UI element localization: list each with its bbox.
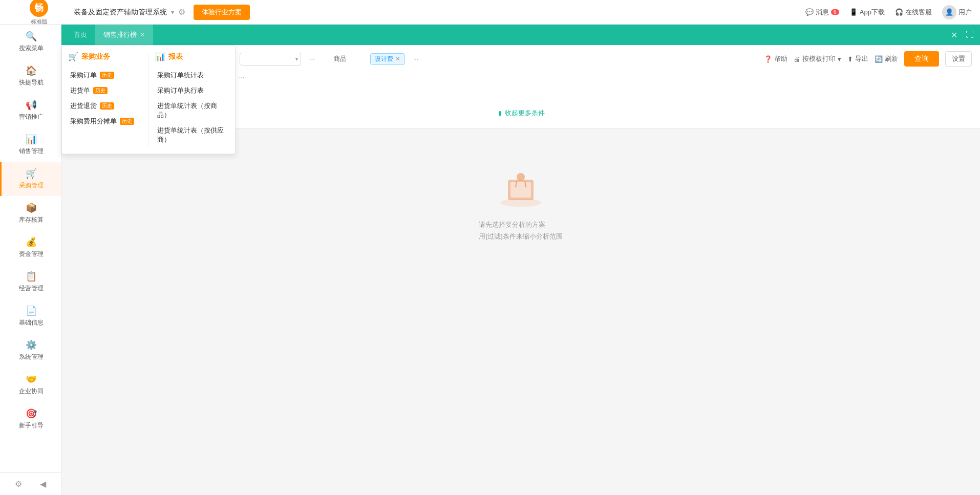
app-download-label: App下载 [860, 8, 885, 17]
query-button[interactable]: 查询 [904, 51, 939, 67]
history-badge-2: 历史 [100, 102, 114, 110]
sys-info: 装备及固定资产辅助管理系统 ▾ ⚙ 体验行业方案 [74, 5, 805, 20]
tab-home[interactable]: 首页 [66, 25, 95, 45]
purchase-order-label: 采购订单 [70, 71, 97, 80]
goods-receipt-label: 进货单 [70, 86, 90, 95]
tab-bar: 首页 销售排行榜 ✕ ✕ ⛶ [61, 25, 980, 45]
user-item[interactable]: 👤 用户 [942, 5, 972, 19]
collapse-icon: ⬆ [497, 110, 503, 117]
tab-sales-rank[interactable]: 销售排行榜 ✕ [95, 25, 153, 45]
phone-icon: 📱 [849, 8, 858, 16]
salesperson-ellipsis[interactable]: ··· [237, 73, 247, 81]
sidebar-item-system[interactable]: ⚙️ 系统管理 [0, 333, 61, 368]
po-exec-label: 采购订单执行表 [157, 86, 204, 95]
empty-hint-1: 请先选择要分析的方案 [479, 219, 562, 230]
target-icon: 🎯 [26, 408, 37, 419]
export-icon: ⬆ [847, 55, 853, 63]
refresh-button[interactable]: 🔄 刷新 [875, 54, 898, 63]
sidebar-item-guide[interactable]: 🎯 新手引导 [0, 402, 61, 436]
dropdown-item-po-stats[interactable]: 采购订单统计表 [155, 68, 229, 83]
history-badge-3: 历史 [120, 118, 134, 125]
product-ellipsis[interactable]: ··· [411, 55, 421, 63]
cart-icon: 🛒 [26, 168, 37, 179]
sidebar-item-operations[interactable]: 📋 经营管理 [0, 265, 61, 299]
sidebar-label-basic: 基础信息 [19, 318, 44, 327]
sidebar-label-system: 系统管理 [19, 353, 44, 361]
sidebar-settings-icon[interactable]: ⚙ [15, 479, 22, 489]
dropdown-item-purchase-expense[interactable]: 采购费用分摊单 历史 [68, 114, 142, 129]
dropdown-item-purchase-order[interactable]: 采购订单 历史 [68, 68, 142, 83]
topbar: 畅 标准版 装备及固定资产辅助管理系统 ▾ ⚙ 体验行业方案 💬 消息 6 📱 … [0, 0, 980, 25]
sidebar-item-quick[interactable]: 🏠 快捷导航 [0, 59, 61, 93]
sidebar-item-purchase[interactable]: 🛒 采购管理 [0, 162, 61, 196]
empty-illustration [495, 169, 546, 210]
report-col-header: 📊 报表 [155, 52, 229, 63]
dropdown-item-goods-stats-product[interactable]: 进货单统计表（按商品） [155, 98, 229, 123]
sidebar: 🔍 搜索菜单 🏠 快捷导航 📢 营销推广 📊 销售管理 🛒 采购管理 📦 库存核… [0, 25, 61, 495]
message-item[interactable]: 💬 消息 6 [805, 8, 839, 17]
product-tag-close[interactable]: ✕ [395, 55, 400, 62]
help-label: 帮助 [774, 54, 787, 63]
empty-hint-2: 用[过滤]条件来缩小分析范围 [479, 230, 562, 242]
status-select[interactable] [240, 53, 301, 66]
sidebar-label-inventory: 库存核算 [19, 216, 44, 224]
sidebar-item-inventory[interactable]: 📦 库存核算 [0, 196, 61, 230]
sidebar-label-collab: 企业协同 [19, 387, 44, 396]
help-icon: ❓ [764, 55, 772, 63]
sidebar-item-search[interactable]: 🔍 搜索菜单 [0, 25, 61, 59]
user-label: 用户 [958, 8, 972, 17]
svg-rect-2 [510, 182, 531, 198]
print-label: 按模板打印 [802, 54, 836, 63]
toolbar-right: ❓ 帮助 🖨 按模板打印 ▾ ⬆ 导出 🔄 [764, 51, 972, 67]
tab-close-icon[interactable]: ✕ [140, 31, 145, 38]
app-download-item[interactable]: 📱 App下载 [849, 8, 885, 17]
sidebar-label-marketing: 营销推广 [19, 113, 44, 121]
tab-expand-icon[interactable]: ⛶ [964, 28, 976, 41]
status-ellipsis[interactable]: ··· [307, 55, 317, 63]
po-stats-label: 采购订单统计表 [157, 71, 204, 80]
print-button[interactable]: 🖨 按模板打印 ▾ [794, 54, 841, 63]
help-button[interactable]: ❓ 帮助 [764, 54, 787, 63]
empty-text: 请先选择要分析的方案 用[过滤]条件来缩小分析范围 [479, 219, 562, 243]
tab-close-all-icon[interactable]: ✕ [949, 28, 960, 42]
settings-button[interactable]: 设置 [945, 51, 972, 67]
dropdown-item-goods-return[interactable]: 进货退货 历史 [68, 98, 142, 114]
goods-return-label: 进货退货 [70, 101, 97, 111]
dropdown-item-goods-stats-supplier[interactable]: 进货单统计表（按供应商） [155, 123, 229, 147]
message-badge: 6 [831, 9, 839, 15]
print-arrow[interactable]: ▾ [838, 55, 841, 63]
history-badge-1: 历史 [93, 87, 108, 94]
dropdown-item-po-exec[interactable]: 采购订单执行表 [155, 83, 229, 98]
sidebar-item-finance[interactable]: 💰 资金管理 [0, 230, 61, 265]
status-select-wrapper: ▾ [240, 53, 301, 66]
topbar-right: 💬 消息 6 📱 App下载 🎧 在线客服 👤 用户 [805, 5, 972, 19]
sidebar-label-sales: 销售管理 [19, 147, 44, 156]
sys-settings-icon[interactable]: ⚙ [178, 7, 185, 17]
sidebar-item-basic[interactable]: 📄 基础信息 [0, 299, 61, 333]
purchase-dropdown: 🛒 采购业务 采购订单 历史 进货单 历史 进货退货 历史 采购费用分摊单 历史 [61, 45, 236, 154]
sidebar-label-guide: 新手引导 [19, 421, 44, 430]
trial-button[interactable]: 体验行业方案 [194, 5, 250, 20]
sidebar-collapse-icon[interactable]: ◀ [40, 479, 46, 489]
sidebar-label-purchase: 采购管理 [19, 181, 44, 190]
money-icon: 💰 [26, 236, 37, 248]
export-label: 导出 [855, 54, 868, 63]
sidebar-bottom: ⚙ ◀ [0, 472, 61, 495]
sidebar-item-collab[interactable]: 🤝 企业协同 [0, 368, 61, 402]
goods-stats-product-label: 进货单统计表（按商品） [157, 101, 227, 120]
online-service-label: 在线客服 [905, 8, 932, 17]
dropdown-columns: 🛒 采购业务 采购订单 历史 进货单 历史 进货退货 历史 采购费用分摊单 历史 [62, 52, 235, 147]
sys-dropdown-arrow[interactable]: ▾ [171, 9, 174, 16]
sidebar-label-search: 搜索菜单 [19, 44, 44, 53]
message-label: 消息 [816, 8, 829, 17]
sidebar-item-marketing[interactable]: 📢 营销推广 [0, 93, 61, 127]
dropdown-item-goods-receipt[interactable]: 进货单 历史 [68, 83, 142, 98]
export-button[interactable]: ⬆ 导出 [847, 54, 868, 63]
box-icon: 📦 [26, 202, 37, 213]
online-service-item[interactable]: 🎧 在线客服 [895, 8, 932, 17]
purchase-col-header: 🛒 采购业务 [68, 52, 142, 63]
sidebar-label-quick: 快捷导航 [19, 78, 44, 87]
user-avatar: 👤 [942, 5, 956, 19]
sidebar-item-sales[interactable]: 📊 销售管理 [0, 127, 61, 162]
message-icon: 💬 [805, 8, 814, 16]
